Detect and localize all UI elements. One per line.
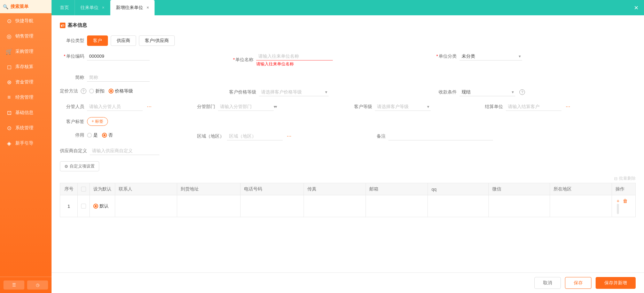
row-checkbox[interactable] xyxy=(81,204,86,209)
save-button[interactable]: 保存 xyxy=(565,277,591,289)
sidebar-label-system: 系统管理 xyxy=(15,125,33,131)
row-wechat-input[interactable] xyxy=(492,202,546,210)
sales-icon: ◎ xyxy=(6,33,13,40)
unit-type-customer-btn[interactable]: 客户 xyxy=(87,35,108,46)
sidebar-bottom-btn-2[interactable]: ◷ xyxy=(27,280,48,290)
sidebar-item-sales[interactable]: ◎ 销售管理 xyxy=(0,29,52,44)
row-email[interactable] xyxy=(366,195,428,217)
sidebar-item-quick-nav[interactable]: ⊙ 快捷导航 xyxy=(0,13,52,29)
unit-category-select[interactable]: 未分类 xyxy=(460,52,522,60)
disabled-no-radio[interactable]: 否 xyxy=(102,132,113,138)
sidebar-item-guide[interactable]: ◈ 新手引导 xyxy=(0,136,52,151)
sidebar-bottom-btn-1[interactable]: ☰ xyxy=(3,280,24,290)
disabled-yes-radio[interactable]: 是 xyxy=(87,132,98,138)
row-phone-input[interactable] xyxy=(244,202,300,210)
region-field: 区域（地区） ··· xyxy=(197,132,362,140)
tab-new-partner[interactable]: 新增往来单位 × xyxy=(110,0,155,15)
customer-price-level-wrapper[interactable]: 请选择客户价格等级 xyxy=(259,88,329,96)
region-more-btn[interactable]: ··· xyxy=(285,133,293,139)
row-checkbox-cell xyxy=(78,195,90,217)
batch-delete-label[interactable]: 批量删除 xyxy=(619,176,636,181)
row-default-radio[interactable]: 默认 xyxy=(93,203,111,209)
cancel-button[interactable]: 取消 xyxy=(534,277,561,289)
manager-input[interactable] xyxy=(87,103,143,111)
unit-code-label: *单位编码 xyxy=(60,53,84,59)
section-header: 🏷 基本信息 xyxy=(60,22,636,29)
settlement-input[interactable] xyxy=(506,103,561,111)
customer-tag-label: 客户标签 xyxy=(60,119,84,125)
disabled-no-circle xyxy=(102,133,107,138)
sidebar-item-inventory[interactable]: ◻ 库存核算 xyxy=(0,59,52,74)
sidebar-item-purchase[interactable]: 🛒 采购管理 xyxy=(0,44,52,59)
region-label: 区域（地区） xyxy=(197,133,224,139)
window-close-btn[interactable]: ✕ xyxy=(631,5,641,11)
customer-level-label: 客户等级 xyxy=(348,104,372,110)
row-contact[interactable] xyxy=(115,195,177,217)
payment-terms-select[interactable]: 现结 xyxy=(460,88,515,96)
customer-level-select[interactable]: 请选择客户等级 xyxy=(375,103,431,111)
pricing-level-radio[interactable]: 价格等级 xyxy=(109,88,133,94)
row-fax[interactable] xyxy=(304,195,366,217)
row-region[interactable] xyxy=(550,195,612,217)
row-phone[interactable] xyxy=(241,195,304,217)
settlement-more-btn[interactable]: ··· xyxy=(564,104,572,110)
customer-price-level-select[interactable]: 请选择客户价格等级 xyxy=(259,88,329,96)
row-address-input[interactable] xyxy=(181,202,237,210)
guide-icon: ◈ xyxy=(6,140,13,147)
customer-level-wrapper[interactable]: 请选择客户等级 xyxy=(375,103,431,111)
supplier-custom-input[interactable] xyxy=(90,147,159,155)
delete-row-btn[interactable]: 🗑 xyxy=(623,198,628,204)
row-contact-input[interactable] xyxy=(119,202,173,210)
add-tag-btn[interactable]: + 标签 xyxy=(87,117,108,126)
tab-home[interactable]: 首页 xyxy=(54,0,75,15)
footer: 取消 保存 保存并新增 xyxy=(52,272,644,293)
unit-category-label: *单位分类 xyxy=(432,53,457,59)
unit-category-select-wrapper[interactable]: 未分类 xyxy=(460,52,522,60)
row-wechat[interactable] xyxy=(488,195,550,217)
pricing-help-icon[interactable]: ? xyxy=(81,88,86,94)
unit-name-input[interactable] xyxy=(256,52,333,60)
row-address[interactable] xyxy=(177,195,241,217)
dept-select-wrapper[interactable]: ▾ xyxy=(275,104,277,109)
tab-partners[interactable]: 往来单位 × xyxy=(75,0,110,15)
manager-more-btn[interactable]: ··· xyxy=(146,104,153,110)
row-qq[interactable] xyxy=(428,195,488,217)
tab-partners-close[interactable]: × xyxy=(102,5,104,10)
remark-input[interactable] xyxy=(388,132,493,140)
add-row-btn[interactable]: + xyxy=(616,198,619,204)
row-email-input[interactable] xyxy=(369,202,424,210)
sidebar-item-system[interactable]: ⊙ 系统管理 xyxy=(0,120,52,136)
unit-type-supplier-btn[interactable]: 供应商 xyxy=(111,35,136,46)
unit-code-input[interactable] xyxy=(87,52,150,60)
pricing-discount-radio[interactable]: 折扣 xyxy=(89,88,104,94)
sidebar-item-basic[interactable]: ⊡ 基础信息 xyxy=(0,105,52,120)
batch-delete-icon: ⊟ xyxy=(614,176,618,181)
sidebar-item-finance[interactable]: ⊛ 资金管理 xyxy=(0,74,52,90)
row-fax-input[interactable] xyxy=(307,202,362,210)
sidebar-bottom: ☰ ◷ xyxy=(0,277,52,293)
col-address: 到货地址 xyxy=(177,183,241,195)
dept-input[interactable] xyxy=(218,103,274,111)
header-checkbox[interactable] xyxy=(81,187,86,192)
region-input[interactable] xyxy=(227,132,283,140)
tab-new-partner-close[interactable]: × xyxy=(147,5,149,10)
payment-terms-help-icon[interactable]: ? xyxy=(519,89,525,95)
payment-terms-label: 收款条件 xyxy=(432,89,457,95)
col-phone: 电话号码 xyxy=(241,183,304,195)
row-qq-input[interactable] xyxy=(431,202,485,210)
save-new-button[interactable]: 保存并新增 xyxy=(596,277,636,289)
unit-type-row: 单位类型 客户 供应商 客户/供应商 xyxy=(60,35,636,46)
sidebar-label-finance: 资金管理 xyxy=(15,79,33,85)
system-icon: ⊙ xyxy=(6,124,13,131)
contacts-table: 序号 设为默认 联系人 到货地址 电话号码 传真 邮箱 qq 微信 所在地区 xyxy=(60,183,636,217)
search-menu-btn[interactable]: 🔍 搜索菜单 xyxy=(0,0,52,13)
short-name-input[interactable] xyxy=(87,73,150,82)
unit-type-both-btn[interactable]: 客户/供应商 xyxy=(139,35,175,46)
supplier-custom-label: 供应商自定义 xyxy=(60,148,87,154)
sidebar-item-operations[interactable]: ≡ 经营管理 xyxy=(0,90,52,105)
custom-settings-btn[interactable]: ⚙ 自定义项设置 xyxy=(60,161,99,171)
sidebar-label-basic: 基础信息 xyxy=(15,109,33,116)
finance-icon: ⊛ xyxy=(6,79,13,86)
payment-terms-wrapper[interactable]: 现结 xyxy=(460,88,515,96)
row-region-input[interactable] xyxy=(553,202,608,210)
